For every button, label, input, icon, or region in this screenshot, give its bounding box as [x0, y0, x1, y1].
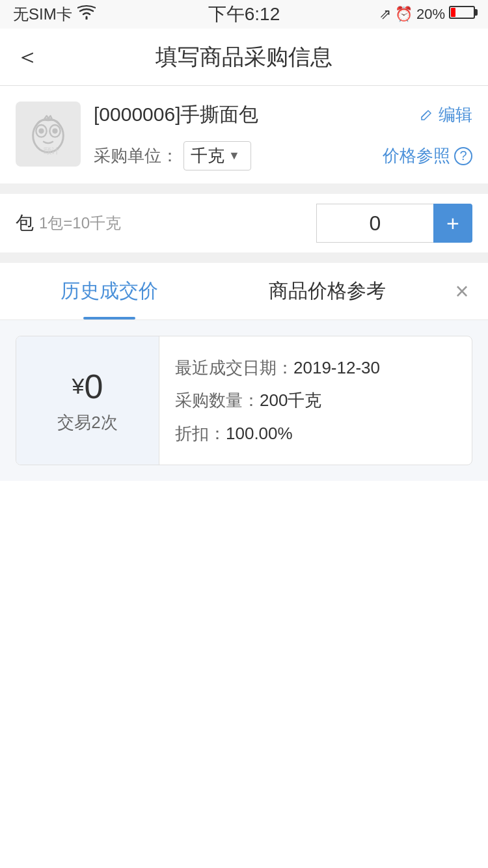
nav-bar: ＜ 填写商品采购信息 — [0, 29, 488, 86]
status-bar: 无SIM卡 下午6:12 ⇗ ⏰ 20% — [0, 0, 488, 29]
quantity-input[interactable] — [316, 204, 433, 243]
status-left: 无SIM卡 — [13, 4, 96, 25]
price-ref-button[interactable]: 价格参照 ? — [383, 144, 472, 167]
transaction-card: ¥0 交易2次 最近成交日期：2019-12-30 采购数量：200千克 折扣：… — [16, 336, 472, 465]
status-right: ⇗ ⏰ 20% — [379, 6, 475, 23]
quantity-plus-button[interactable]: + — [433, 204, 472, 243]
transaction-summary: ¥0 交易2次 — [16, 336, 159, 465]
quantity-row: 包 1包=10千克 + — [0, 194, 488, 252]
product-card: 颐计 [0000006]手撕面包 编辑 采购单位： 千克 ▼ — [0, 86, 488, 183]
transaction-list: ¥0 交易2次 最近成交日期：2019-12-30 采购数量：200千克 折扣：… — [0, 320, 488, 481]
back-button[interactable]: ＜ — [16, 41, 39, 73]
tab-history-price[interactable]: 历史成交价 — [0, 263, 218, 319]
quantity-hint: 1包=10千克 — [39, 213, 316, 234]
bottom-area — [0, 481, 488, 868]
svg-point-3 — [38, 128, 44, 133]
quantity-control: + — [316, 204, 472, 243]
battery-icon — [449, 6, 475, 23]
purchase-qty-row: 采购数量：200千克 — [175, 388, 456, 412]
svg-point-4 — [52, 128, 57, 133]
wifi-icon — [77, 5, 96, 23]
product-thumbnail: 颐计 — [16, 102, 81, 167]
tab-active-indicator — [83, 317, 135, 319]
alarm-icon: ⏰ — [395, 6, 413, 23]
transaction-price: ¥0 — [72, 367, 103, 406]
recent-date-row: 最近成交日期：2019-12-30 — [175, 356, 456, 379]
unit-label: 采购单位： 千克 ▼ — [94, 141, 251, 170]
tab-price-reference[interactable]: 商品价格参考 — [218, 263, 436, 319]
transaction-count: 交易2次 — [57, 411, 117, 434]
currency-symbol: ¥ — [72, 373, 85, 399]
tabs-panel: 历史成交价 商品价格参考 × ¥0 交易2次 最近成交日期：2019-12-30… — [0, 263, 488, 481]
help-icon: ? — [454, 147, 472, 165]
carrier-label: 无SIM卡 — [13, 4, 72, 25]
svg-text:颐计: 颐计 — [44, 146, 59, 155]
product-unit-row: 采购单位： 千克 ▼ 价格参照 ? — [94, 141, 472, 170]
unit-select[interactable]: 千克 ▼ — [183, 141, 251, 170]
discount-row: 折扣：100.00% — [175, 422, 456, 445]
tabs-header: 历史成交价 商品价格参考 × — [0, 263, 488, 320]
tab-close-button[interactable]: × — [436, 278, 488, 305]
transaction-details: 最近成交日期：2019-12-30 采购数量：200千克 折扣：100.00% — [159, 336, 472, 465]
edit-button[interactable]: 编辑 — [419, 103, 472, 126]
location-icon: ⇗ — [379, 6, 391, 23]
dropdown-arrow: ▼ — [228, 149, 240, 163]
section-divider — [0, 183, 488, 194]
battery-percent: 20% — [416, 6, 445, 23]
product-header: [0000006]手撕面包 编辑 — [94, 102, 472, 128]
product-info: [0000006]手撕面包 编辑 采购单位： 千克 ▼ 价格参照 ? — [94, 102, 472, 170]
quantity-unit: 包 — [16, 211, 34, 236]
page-title: 填写商品采购信息 — [156, 42, 332, 72]
product-name: [0000006]手撕面包 — [94, 102, 258, 128]
status-time: 下午6:12 — [208, 2, 280, 27]
